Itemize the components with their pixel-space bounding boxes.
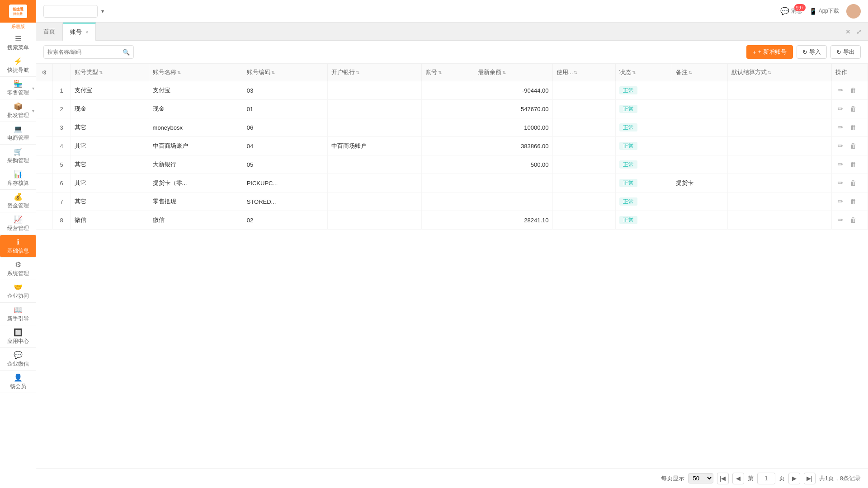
- th-settlement[interactable]: 默认结算方式⇅: [727, 64, 831, 81]
- sidebar-item-beginner-guide[interactable]: 📖 新手引导: [0, 303, 36, 325]
- page-next-button[interactable]: ▶: [788, 473, 800, 484]
- edit-button[interactable]: ✏: [837, 141, 844, 151]
- delete-button[interactable]: 🗑: [849, 141, 858, 150]
- sidebar-item-enterprise-wechat[interactable]: 💬 企业微信: [0, 348, 36, 371]
- app-download-button[interactable]: 📱 App下载: [809, 7, 839, 15]
- td-name: 现金: [149, 100, 243, 118]
- td-type: 现金: [71, 100, 149, 118]
- app-download-label: App下载: [819, 7, 839, 15]
- th-settings[interactable]: ⚙: [36, 64, 52, 81]
- th-code[interactable]: 账号编码⇅: [243, 64, 328, 81]
- delete-button[interactable]: 🗑: [849, 197, 858, 206]
- edit-button[interactable]: ✏: [837, 85, 844, 95]
- tab-close-all-button[interactable]: ✕: [844, 27, 853, 36]
- user-avatar[interactable]: [846, 4, 861, 19]
- logo-sub: 好生意: [13, 12, 23, 16]
- add-account-button[interactable]: + + 新增账号: [746, 45, 793, 59]
- edit-button[interactable]: ✏: [837, 215, 844, 225]
- sidebar-item-label: 企业协同: [7, 292, 29, 300]
- edit-button[interactable]: ✏: [837, 122, 844, 132]
- td-usage: [552, 118, 616, 137]
- tab-home-label: 首页: [43, 28, 55, 36]
- th-remark[interactable]: 备注⇅: [672, 64, 728, 81]
- edit-button[interactable]: ✏: [837, 104, 844, 114]
- td-action: ✏ 🗑: [832, 155, 868, 174]
- phone-icon: 📱: [809, 8, 817, 15]
- page-toolbar: 🔍 + + 新增账号 ↻ 导入 ↻ 导出: [36, 41, 868, 64]
- sidebar-item-label: 批发管理: [7, 112, 29, 119]
- search-icon: 🔍: [123, 49, 130, 56]
- pagination: 每页显示 50 20 100 |◀ ◀ 第 页 ▶ ▶| 共1页，8条记录: [36, 468, 868, 488]
- td-settings: [36, 155, 52, 174]
- th-type[interactable]: 账号类型⇅: [71, 64, 149, 81]
- sidebar-item-operations-mgmt[interactable]: 📈 经营管理: [0, 212, 36, 235]
- enterprise-icon: 🤝: [14, 283, 23, 291]
- delete-button[interactable]: 🗑: [849, 85, 858, 95]
- th-balance[interactable]: 最新余额⇅: [474, 64, 552, 81]
- td-settlement: [727, 81, 831, 100]
- table-container: ⚙ 账号类型⇅ 账号名称⇅ 账号编码⇅ 开户银行⇅ 账号⇅ 最新余额⇅ 使用..…: [36, 64, 868, 468]
- sidebar-item-wholesale-mgmt[interactable]: 📦 批发管理 ▾: [0, 99, 36, 122]
- td-usage: [552, 100, 616, 118]
- th-bank[interactable]: 开户银行⇅: [328, 64, 422, 81]
- delete-button[interactable]: 🗑: [849, 160, 858, 169]
- tab-home[interactable]: 首页: [36, 23, 63, 41]
- sidebar-item-purchase-mgmt[interactable]: 🛒 采购管理: [0, 145, 36, 167]
- delete-button[interactable]: 🗑: [849, 215, 858, 225]
- page-last-button[interactable]: ▶|: [804, 473, 816, 484]
- edit-button[interactable]: ✏: [837, 178, 844, 188]
- edit-button[interactable]: ✏: [837, 197, 844, 206]
- delete-button[interactable]: 🗑: [849, 104, 858, 113]
- tab-account[interactable]: 账号 ×: [63, 23, 96, 41]
- page-prev-button[interactable]: ◀: [732, 473, 744, 484]
- export-button[interactable]: ↻ 导出: [830, 45, 861, 59]
- import-button[interactable]: ↻ 导入: [797, 45, 827, 59]
- page-input[interactable]: [757, 473, 775, 484]
- delete-button[interactable]: 🗑: [849, 122, 858, 132]
- td-code: 04: [243, 137, 328, 155]
- message-button[interactable]: 💬 消息 99+: [780, 7, 802, 15]
- search-input[interactable]: [47, 49, 123, 55]
- sidebar-item-enterprise-agreement[interactable]: 🤝 企业协同: [0, 280, 36, 303]
- sidebar-item-app-center[interactable]: 🔲 应用中心: [0, 325, 36, 348]
- th-usage[interactable]: 使用...⇅: [552, 64, 616, 81]
- per-page-select[interactable]: 50 20 100: [688, 473, 713, 483]
- td-usage: [552, 81, 616, 100]
- sidebar-item-label: 采购管理: [7, 157, 29, 164]
- topbar-dropdown[interactable]: ▾: [101, 8, 104, 14]
- td-bank: [328, 174, 422, 192]
- per-page-label: 每页显示: [661, 474, 684, 483]
- th-status[interactable]: 状态⇅: [616, 64, 672, 81]
- sidebar-item-label: 资金管理: [7, 202, 29, 210]
- delete-button[interactable]: 🗑: [849, 178, 858, 188]
- td-name: 支付宝: [149, 81, 243, 100]
- td-remark: [672, 155, 728, 174]
- td-remark: [672, 81, 728, 100]
- finance-icon: 💰: [14, 192, 23, 201]
- edit-button[interactable]: ✏: [837, 160, 844, 169]
- td-code: 02: [243, 211, 328, 230]
- sidebar-item-search-menu[interactable]: ☰ 搜索菜单: [0, 32, 36, 54]
- sidebar-item-finance-mgmt[interactable]: 💰 资金管理: [0, 190, 36, 212]
- message-badge: 99+: [794, 4, 806, 11]
- page-first-button[interactable]: |◀: [717, 473, 729, 484]
- td-account: [422, 211, 474, 230]
- td-bank: [328, 192, 422, 211]
- search-box[interactable]: 🔍: [43, 45, 134, 59]
- sidebar-item-member[interactable]: 👤 畅会员: [0, 371, 36, 393]
- topbar-search-input[interactable]: [43, 5, 98, 18]
- add-icon: +: [753, 49, 756, 56]
- sidebar-item-quick-nav[interactable]: ⚡ 快捷导航: [0, 54, 36, 77]
- td-code: 06: [243, 118, 328, 137]
- td-balance: 28241.10: [474, 211, 552, 230]
- sidebar-item-system-mgmt[interactable]: ⚙ 系统管理: [0, 258, 36, 280]
- sidebar-item-basic-info[interactable]: ℹ 基础信息: [0, 235, 36, 258]
- th-name[interactable]: 账号名称⇅: [149, 64, 243, 81]
- th-account[interactable]: 账号⇅: [422, 64, 474, 81]
- export-icon: ↻: [836, 49, 841, 56]
- sidebar-item-ecommerce-mgmt[interactable]: 💻 电商管理: [0, 122, 36, 145]
- tab-expand-button[interactable]: ⤢: [854, 27, 863, 36]
- sidebar-item-inventory-check[interactable]: 📊 库存核算: [0, 167, 36, 190]
- sidebar-item-retail-mgmt[interactable]: 🏪 零售管理 ▾: [0, 77, 36, 99]
- tab-account-close[interactable]: ×: [85, 29, 88, 35]
